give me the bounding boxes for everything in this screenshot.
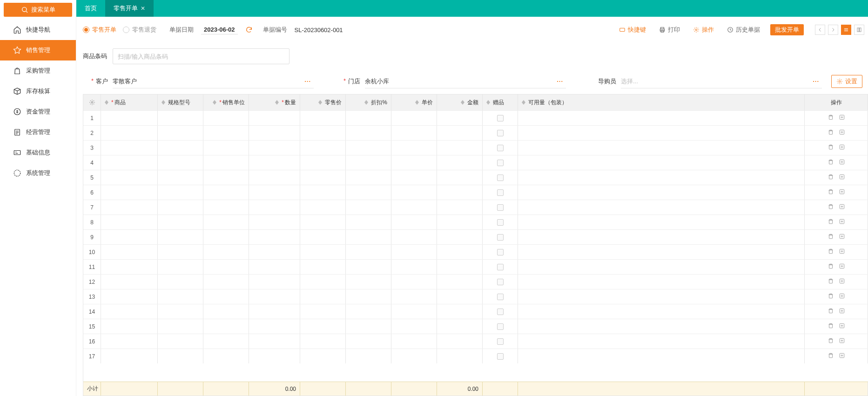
guide-field[interactable]: 选择... ··· (621, 74, 822, 88)
sidebar-item-purchase[interactable]: 采购管理 (0, 60, 76, 81)
add-row-icon[interactable] (839, 352, 845, 360)
date-value[interactable]: 2023-06-02 (201, 25, 238, 34)
cell-spec[interactable] (158, 141, 203, 155)
cell-unit-price[interactable] (391, 141, 437, 155)
table-row[interactable]: 4 (83, 155, 868, 170)
cell-discount[interactable] (346, 260, 391, 274)
cell-price[interactable] (300, 155, 346, 170)
cell-amount[interactable] (437, 215, 483, 229)
add-row-icon[interactable] (839, 174, 845, 181)
cell-product[interactable] (101, 349, 158, 363)
cell-spec[interactable] (158, 126, 203, 140)
cell-unit-price[interactable] (391, 230, 437, 244)
sidebar-item-inventory[interactable]: 库存核算 (0, 81, 76, 101)
sidebar-item-system[interactable]: 系统管理 (0, 163, 76, 183)
cell-amount[interactable] (437, 349, 483, 363)
add-row-icon[interactable] (839, 218, 845, 226)
table-body[interactable]: 1234567891011121314151617 (83, 110, 868, 382)
cell-unit-price[interactable] (391, 185, 437, 200)
cell-unit-price[interactable] (391, 155, 437, 170)
add-row-icon[interactable] (839, 322, 845, 330)
delete-row-icon[interactable] (828, 248, 834, 256)
cell-gift[interactable] (483, 260, 518, 274)
cell-product[interactable] (101, 170, 158, 185)
cell-unit[interactable] (203, 111, 249, 125)
cell-price[interactable] (300, 185, 346, 200)
cell-price[interactable] (300, 349, 346, 363)
table-row[interactable]: 2 (83, 125, 868, 140)
col-price[interactable]: 零售价 (300, 94, 346, 110)
cell-gift[interactable] (483, 200, 518, 215)
table-row[interactable]: 17 (83, 349, 868, 363)
cell-gift[interactable] (483, 141, 518, 155)
cell-gift[interactable] (483, 155, 518, 170)
radio-retail-return[interactable]: 零售退货 (123, 26, 156, 34)
cell-discount[interactable] (346, 141, 391, 155)
cell-qty[interactable] (249, 111, 300, 125)
cell-spec[interactable] (158, 245, 203, 259)
cell-spec[interactable] (158, 349, 203, 363)
checkbox[interactable] (497, 249, 504, 255)
cell-spec[interactable] (158, 334, 203, 349)
cell-discount[interactable] (346, 319, 391, 334)
cell-discount[interactable] (346, 126, 391, 140)
delete-row-icon[interactable] (828, 278, 834, 286)
cell-qty[interactable] (249, 245, 300, 259)
layout-toggle-compact[interactable] (841, 25, 851, 35)
add-row-icon[interactable] (839, 337, 845, 345)
delete-row-icon[interactable] (828, 129, 834, 137)
table-row[interactable]: 9 (83, 229, 868, 244)
cell-qty[interactable] (249, 200, 300, 215)
refresh-icon[interactable] (245, 26, 253, 34)
cell-unit-price[interactable] (391, 170, 437, 185)
cell-qty[interactable] (249, 170, 300, 185)
cell-gift[interactable] (483, 126, 518, 140)
action-print[interactable]: 打印 (656, 26, 683, 34)
cell-unit[interactable] (203, 170, 249, 185)
cell-product[interactable] (101, 230, 158, 244)
cell-amount[interactable] (437, 260, 483, 274)
delete-row-icon[interactable] (828, 174, 834, 181)
prev-button[interactable] (815, 25, 825, 35)
cell-unit-price[interactable] (391, 200, 437, 215)
cell-qty[interactable] (249, 260, 300, 274)
add-row-icon[interactable] (839, 293, 845, 301)
more-icon[interactable]: ··· (557, 78, 563, 85)
table-row[interactable]: 3 (83, 140, 868, 155)
cell-spec[interactable] (158, 260, 203, 274)
cell-qty[interactable] (249, 349, 300, 363)
cell-discount[interactable] (346, 155, 391, 170)
cell-product[interactable] (101, 334, 158, 349)
checkbox[interactable] (497, 353, 504, 360)
sidebar-item-funds[interactable]: 资金管理 (0, 101, 76, 122)
checkbox[interactable] (497, 130, 504, 136)
cell-unit-price[interactable] (391, 126, 437, 140)
store-field[interactable]: 余杭小库 ··· (365, 74, 566, 88)
cell-amount[interactable] (437, 304, 483, 319)
cell-unit[interactable] (203, 215, 249, 229)
delete-row-icon[interactable] (828, 263, 834, 271)
cell-gift[interactable] (483, 275, 518, 289)
table-row[interactable]: 8 (83, 215, 868, 229)
checkbox[interactable] (497, 338, 504, 345)
cell-price[interactable] (300, 289, 346, 304)
cell-product[interactable] (101, 155, 158, 170)
add-row-icon[interactable] (839, 278, 845, 286)
cell-discount[interactable] (346, 349, 391, 363)
cell-discount[interactable] (346, 200, 391, 215)
cell-amount[interactable] (437, 245, 483, 259)
delete-row-icon[interactable] (828, 144, 834, 152)
checkbox[interactable] (497, 115, 504, 121)
cell-unit-price[interactable] (391, 215, 437, 229)
cell-product[interactable] (101, 245, 158, 259)
cell-gift[interactable] (483, 319, 518, 334)
action-operate[interactable]: 操作 (690, 26, 717, 34)
cell-product[interactable] (101, 289, 158, 304)
cell-amount[interactable] (437, 289, 483, 304)
action-history[interactable]: 历史单据 (724, 26, 763, 34)
add-row-icon[interactable] (839, 114, 845, 122)
cell-product[interactable] (101, 126, 158, 140)
add-row-icon[interactable] (839, 203, 845, 211)
cell-price[interactable] (300, 334, 346, 349)
col-qty[interactable]: *数量 (249, 94, 300, 110)
